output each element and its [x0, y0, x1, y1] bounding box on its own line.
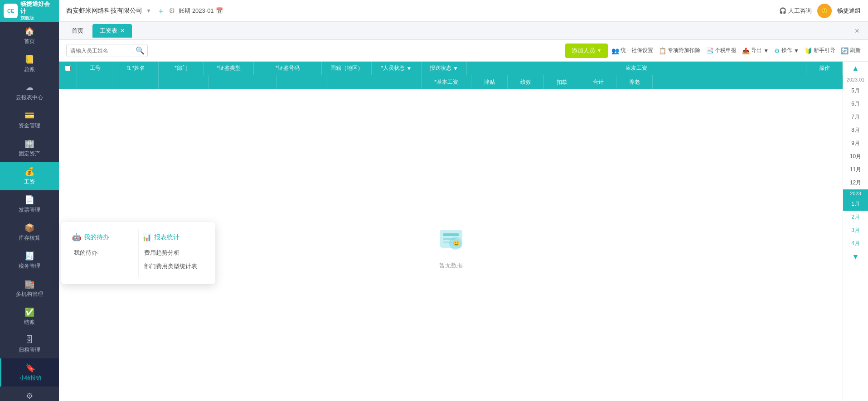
tax-report-button[interactable]: 📑 个税申报	[706, 47, 737, 54]
social-icon: 👥	[611, 47, 619, 54]
main-content: 西安虾米网络科技有限公司 ▼ ＋ ⚙ 账期 2023-01 📅 🎧 人工咨询 🙂…	[59, 0, 868, 401]
sidebar-item-archive[interactable]: 🗄 归档管理	[0, 331, 59, 358]
newguide-icon: 🔰	[805, 47, 812, 54]
table-header: 工号 ⇅ *姓名 *部门 *证鉴类型 *证鉴号码 国籍（地区） *人员状态 ▼ …	[59, 62, 843, 89]
avatar: 🙂	[817, 4, 832, 18]
date-month-11[interactable]: 11月	[843, 163, 868, 176]
date-month-7[interactable]: 7月	[843, 111, 868, 124]
sidebar-item-xiaochang[interactable]: 🔖 小畅报销	[0, 358, 59, 387]
basic-icon: ⚙	[26, 391, 33, 401]
logo-icon: CE	[4, 4, 18, 18]
date-month-1[interactable]: 1月	[843, 198, 868, 211]
th-name: ⇅ *姓名	[113, 62, 159, 75]
popup-item-dept-cost[interactable]: 部门费用类型统计表	[142, 260, 204, 273]
select-all-checkbox[interactable]	[65, 65, 71, 71]
sidebar-item-assets[interactable]: 🏢 固定资产	[0, 134, 59, 162]
sidebar-item-cloud[interactable]: ☁ 云报表中心	[0, 78, 59, 106]
date-month-3[interactable]: 3月	[843, 224, 868, 237]
date-month-4[interactable]: 4月	[843, 237, 868, 250]
sidebar-item-salary[interactable]: 💰 工资	[0, 162, 59, 190]
username: 畅捷通组	[837, 7, 861, 15]
operate-button[interactable]: ⚙ 操作 ▼	[774, 47, 799, 54]
sidebar-item-inventory[interactable]: 📦 库存核算	[0, 218, 59, 246]
deduct-button[interactable]: 📋 专项附加扣除	[659, 47, 700, 54]
export-icon: 📤	[742, 47, 750, 54]
refresh-button[interactable]: 🔄 刷新	[841, 47, 861, 54]
sidebar-item-invoice[interactable]: 📄 发票管理	[0, 190, 59, 218]
sidebar-label-inventory: 库存核算	[19, 234, 40, 242]
th-base: *基本工资	[422, 75, 471, 89]
date-month-10[interactable]: 10月	[843, 150, 868, 163]
social-setting-button[interactable]: 👥 统一社保设置	[611, 47, 653, 54]
operate-dropdown-arrow: ▼	[794, 48, 799, 54]
th-performance: 绩效	[508, 75, 544, 89]
th-country: 国籍（地区）	[322, 62, 372, 75]
tab-salary[interactable]: 工资表 ✕	[92, 24, 132, 38]
sidebar-label-archive: 归档管理	[19, 346, 40, 354]
popup-menu: 🤖 我的待办 我的待办 📊 报表统计 费用趋势分析 部门费用类型统计表	[61, 222, 215, 284]
empty-text: 暂无数据	[439, 261, 463, 270]
sidebar-item-tax[interactable]: 🧾 税务管理	[0, 246, 59, 275]
add-company-button[interactable]: ＋	[157, 5, 165, 16]
sidebar-item-checkout[interactable]: ✅ 结账	[0, 303, 59, 331]
refresh-icon: 🔄	[841, 47, 849, 54]
add-person-dropdown-arrow: ▼	[597, 48, 601, 53]
search-box: 🔍	[66, 44, 148, 57]
xiaochang-icon: 🔖	[25, 363, 35, 373]
window-close-button[interactable]: ✕	[852, 25, 863, 36]
date-month-6[interactable]: 6月	[843, 97, 868, 111]
date-nav-down[interactable]: ▼	[849, 250, 862, 264]
service-button[interactable]: 🎧 人工咨询	[779, 7, 812, 15]
sidebar-item-home[interactable]: 🏠 首页	[0, 22, 59, 50]
th-dept: *部门	[159, 62, 204, 75]
sidebar-item-fund[interactable]: 💳 资金管理	[0, 106, 59, 134]
tab-close-salary[interactable]: ✕	[120, 28, 125, 34]
invoice-icon: 📄	[24, 195, 34, 205]
company-dropdown-arrow[interactable]: ▼	[146, 8, 151, 14]
report-filter-icon[interactable]: ▼	[453, 65, 458, 72]
pstatus-filter-icon[interactable]: ▼	[406, 65, 412, 72]
date-month-8[interactable]: 8月	[843, 124, 868, 137]
popup-item-cost-trend[interactable]: 费用趋势分析	[142, 246, 204, 260]
sidebar-label-multi: 多机构管理	[16, 290, 43, 298]
sidebar-item-basic[interactable]: ⚙ 基础设置	[0, 387, 59, 401]
date-month-9[interactable]: 9月	[843, 137, 868, 150]
sidebar-label-invoice: 发票管理	[19, 206, 40, 214]
sidebar-item-ledger[interactable]: 📒 总账	[0, 50, 59, 78]
th-report: 报送状态 ▼	[422, 62, 467, 75]
inventory-icon: 📦	[24, 223, 34, 233]
sidebar-item-multi[interactable]: 🏬 多机构管理	[0, 275, 59, 303]
assets-icon: 🏢	[24, 139, 34, 149]
setting-icon[interactable]: ⚙	[169, 6, 175, 15]
date-month-12[interactable]: 12月	[843, 176, 868, 189]
headset-icon: 🎧	[779, 7, 786, 14]
search-icon[interactable]: 🔍	[136, 46, 145, 55]
ledger-icon: 📒	[24, 54, 34, 64]
svg-text:😐: 😐	[453, 240, 460, 246]
date-month-2[interactable]: 2月	[843, 211, 868, 224]
popup-item-my-todo[interactable]: 我的待办	[72, 246, 135, 260]
th-salary-group: 应发工资	[467, 62, 806, 75]
add-person-button[interactable]: 添加人员 ▼	[565, 43, 608, 58]
sidebar-label-salary: 工资	[24, 178, 35, 186]
export-button[interactable]: 📤 导出 ▼	[742, 47, 769, 54]
multi-icon: 🏬	[24, 279, 34, 289]
date-year-label: 2023.01	[847, 75, 865, 84]
date-nav-up[interactable]: ▲	[849, 62, 862, 75]
tab-home[interactable]: 首页	[64, 24, 91, 38]
calendar-icon[interactable]: 📅	[216, 7, 223, 14]
topbar-right: 🎧 人工咨询 🙂 畅捷通组	[779, 4, 861, 18]
reports-section-icon: 📊	[142, 233, 151, 242]
period-label: 账期 2023-01 📅	[179, 7, 223, 15]
date-month-5[interactable]: 5月	[843, 84, 868, 97]
home-icon: 🏠	[24, 26, 34, 36]
company-name: 西安虾米网络科技有限公司	[66, 7, 142, 15]
operate-icon: ⚙	[774, 47, 780, 54]
svg-rect-1	[443, 233, 459, 236]
current-year-label: 2023	[843, 189, 868, 198]
cloud-icon: ☁	[25, 82, 34, 92]
empty-illustration: 😐	[433, 221, 469, 257]
newguide-button[interactable]: 🔰 新手引导	[805, 47, 835, 54]
sidebar-label-fund: 资金管理	[19, 122, 40, 130]
search-input[interactable]	[70, 48, 134, 54]
